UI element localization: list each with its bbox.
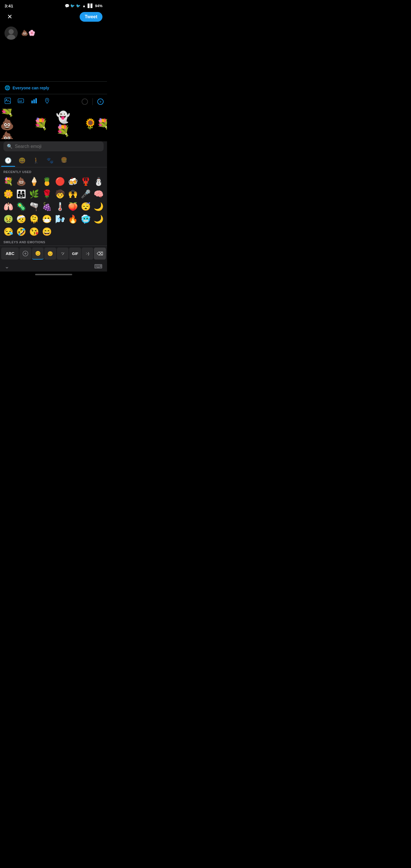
emoji-cell[interactable]: 👨‍👩‍👧	[15, 188, 27, 200]
avatar-image	[5, 27, 18, 40]
emoji-cell[interactable]: 😷	[41, 213, 53, 225]
notification-icons: 💬 🐦 🐦	[65, 4, 81, 8]
emoji-cell[interactable]: 🌼	[2, 188, 14, 200]
emoji-cell[interactable]: 🍍	[41, 175, 53, 187]
emoji-cell[interactable]: 🍦	[28, 175, 40, 187]
svg-text:GIF: GIF	[19, 100, 22, 102]
avatar	[5, 27, 18, 40]
emoji-cell[interactable]: 🔴	[54, 175, 66, 187]
emoji-cell[interactable]: 💐	[2, 175, 14, 187]
delete-key[interactable]: ⌫	[94, 248, 106, 259]
emoji-cell[interactable]: 😘	[28, 225, 40, 238]
search-emoji-input[interactable]	[15, 144, 100, 149]
emoji-grid-recent: 💐 💩 🍦 🍍 🔴 🍻 🦞 ⛄ 🌼 👨‍👩‍👧 🌿 🌹 🧒 🙌 🎤 🧠 🫁 🦠 …	[0, 175, 107, 238]
sticker-item[interactable]: 💐	[28, 111, 54, 137]
emoji-cell[interactable]: 🌿	[28, 188, 40, 200]
sticker-item[interactable]: 💐💩💩	[0, 111, 26, 137]
tweet-text[interactable]: 💩🌸	[21, 29, 102, 37]
emoji-cell[interactable]: 😴	[80, 200, 92, 212]
emoji-cell[interactable]: 🧒	[54, 188, 66, 200]
location-icon[interactable]	[43, 96, 51, 106]
compose-area: 💩🌸	[0, 24, 107, 82]
compose-content[interactable]: 💩🌸	[21, 27, 102, 79]
toolbar-divider	[92, 98, 93, 105]
emoji-cell[interactable]: 🫠	[28, 213, 40, 225]
svg-rect-7	[31, 100, 33, 103]
emoji-cell[interactable]: 🍑	[67, 200, 79, 212]
sticker-item[interactable]: 🌻💐	[84, 111, 107, 137]
svg-rect-9	[35, 98, 37, 103]
emoji-cell[interactable]: 🥶	[80, 213, 92, 225]
emoji-cell[interactable]: 🤣	[15, 225, 27, 238]
emoji-cell[interactable]: 🌙	[92, 200, 105, 212]
svg-rect-8	[33, 99, 35, 103]
tab-food[interactable]: 🍔	[57, 154, 70, 167]
status-bar: 3:41 💬 🐦 🐦 ▲ ▋▋ 94%	[0, 0, 107, 9]
tab-people[interactable]: 🚶	[29, 154, 43, 167]
close-button[interactable]: ✕	[5, 12, 15, 22]
emoji-cell[interactable]: 😪	[2, 225, 14, 238]
emoji-cell[interactable]: 🫁	[2, 200, 14, 212]
tab-nature[interactable]: 🐾	[43, 154, 57, 167]
svg-text:🍔: 🍔	[61, 157, 67, 163]
recent-section-label: RECENTLY USED	[0, 167, 107, 175]
svg-point-10	[46, 99, 48, 100]
emoji-cell[interactable]: 🙌	[67, 188, 79, 200]
animated-emoji-key[interactable]: 😊	[44, 248, 56, 259]
reply-label: Everyone can reply	[12, 86, 49, 90]
gif-key[interactable]: GIF	[69, 248, 81, 259]
tab-recent[interactable]: 🕐	[1, 154, 15, 167]
emoji-cell[interactable]: 🌡️	[54, 200, 66, 212]
top-bar: ✕ Tweet	[0, 9, 107, 24]
keyboard-bottom: ABC 😊 😊 ツ GIF :-) ⌫	[0, 246, 107, 261]
emoticon-key[interactable]: :-)	[82, 248, 94, 259]
sticker-item[interactable]: 👻💐	[56, 111, 82, 137]
emoji-cell[interactable]: 🍻	[67, 175, 79, 187]
emoji-cell[interactable]: 🧠	[92, 188, 105, 200]
emoji-search-bar[interactable]: 🔍	[3, 141, 104, 151]
kaomoji-key[interactable]: ツ	[57, 248, 69, 259]
emoji-cell[interactable]: 🎤	[80, 188, 92, 200]
svg-point-1	[8, 29, 14, 34]
emoji-cell[interactable]: 🦠	[15, 200, 27, 212]
tab-smileys[interactable]: 😀	[15, 154, 29, 167]
emoji-face-key[interactable]: 😊	[32, 248, 44, 259]
emoji-cell[interactable]: 🦞	[80, 175, 92, 187]
compose-toolbar: GIF +	[0, 94, 107, 109]
poll-icon[interactable]	[30, 96, 38, 106]
emoji-cell[interactable]: 🤕	[15, 213, 27, 225]
keyboard-switch-button[interactable]: ⌨	[94, 263, 102, 270]
emoji-cell[interactable]: 🫗	[28, 200, 40, 212]
add-tweet-button[interactable]: +	[97, 98, 104, 105]
emoji-cell[interactable]: 🌹	[41, 188, 53, 200]
emoji-category-tabs: 🕐 😀 🚶 🐾 🍔	[0, 154, 107, 167]
smileys-section-label: SMILEYS AND EMOTIONS	[0, 238, 107, 246]
image-icon[interactable]	[3, 96, 12, 106]
emoji-cell[interactable]: 😄	[41, 225, 53, 238]
emoji-cell[interactable]: ⛄	[92, 175, 105, 187]
home-bar	[35, 274, 72, 275]
globe-icon: 🌐	[5, 85, 10, 91]
gif-icon[interactable]: GIF	[17, 96, 25, 106]
search-icon: 🔍	[7, 144, 12, 149]
abc-key[interactable]: ABC	[1, 248, 19, 259]
emoji-cell[interactable]: 🍇	[41, 200, 53, 212]
home-bar-area	[0, 272, 107, 279]
bottom-handle-row: ⌄ ⌨	[0, 261, 107, 272]
reply-setting[interactable]: 🌐 Everyone can reply	[0, 82, 107, 94]
collapse-keyboard-button[interactable]: ⌄	[5, 263, 9, 270]
status-right-icons: 💬 🐦 🐦 ▲ ▋▋ 94%	[65, 4, 102, 8]
wifi-icon: ▲	[82, 4, 86, 8]
emoji-cell[interactable]: 🤢	[2, 213, 14, 225]
time-display: 3:41	[5, 3, 13, 8]
battery-display: 94%	[95, 4, 102, 8]
emoji-cell[interactable]: 🔥	[67, 213, 79, 225]
emoji-cell[interactable]: 🌙	[92, 213, 105, 225]
emoji-cell[interactable]: 💩	[15, 175, 27, 187]
char-indicator	[82, 98, 88, 105]
sticker-key[interactable]	[20, 248, 31, 259]
signal-icon: ▋▋	[88, 4, 93, 8]
tweet-button[interactable]: Tweet	[80, 12, 102, 22]
emoji-cell[interactable]: 🌬️	[54, 213, 66, 225]
emoji-keyboard: 🔍 🕐 😀 🚶 🐾 🍔 RECENTLY USED 💐 💩 🍦 🍍 🔴 🍻 🦞 …	[0, 141, 107, 272]
